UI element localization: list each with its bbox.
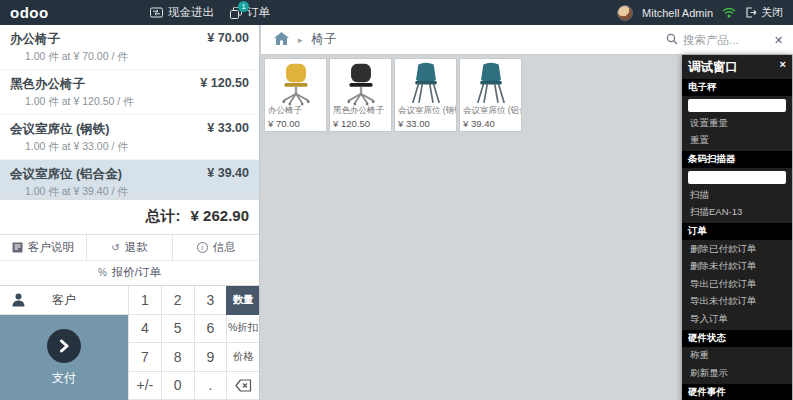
order-panel: 办公椅子 ¥ 70.00 1.00 件 at ¥ 70.00 / 件 黑色办公椅… — [0, 25, 260, 400]
numpad-mode-quantity[interactable]: 数量 — [226, 286, 259, 315]
debug-category: 硬件状态 — [682, 330, 792, 347]
numpad-key-0[interactable]: 0 — [161, 372, 194, 400]
debug-button[interactable]: 扫描 — [682, 186, 792, 204]
close-session-label: 关闭 — [761, 5, 783, 20]
numpad-key-4[interactable]: 4 — [128, 315, 161, 344]
product-card[interactable]: 办公椅子 ¥ 70.00 — [264, 58, 327, 132]
product-card[interactable]: 黑色办公椅子 ¥ 120.50 — [329, 58, 392, 132]
actionpad-numpad: 客户 支付 123数量456%折扣789价格+/-0. — [0, 285, 259, 400]
numpad-key-9[interactable]: 9 — [194, 343, 227, 372]
pay-button[interactable]: 支付 — [0, 315, 128, 400]
debug-button[interactable]: 导出未付款订单 — [682, 293, 792, 311]
order-line-name: 会议室席位 (钢铁) — [10, 121, 109, 138]
cash-in-out-button[interactable]: 现金进出 — [150, 0, 214, 25]
note-icon — [12, 242, 23, 253]
debug-button[interactable]: 重置 — [682, 132, 792, 150]
order-line[interactable]: 会议室席位 (钢铁) ¥ 33.00 1.00 件 at ¥ 33.00 / 件 — [0, 115, 259, 160]
debug-button[interactable]: 删除未付款订单 — [682, 258, 792, 276]
order-line-name: 黑色办公椅子 — [10, 76, 85, 93]
numpad-key-plusminus[interactable]: +/- — [128, 372, 161, 400]
numpad-key-backspace[interactable] — [226, 372, 259, 400]
customer-note-label: 客户说明 — [28, 240, 74, 255]
order-line-price: ¥ 33.00 — [207, 121, 249, 138]
numpad-key-6[interactable]: 6 — [194, 315, 227, 344]
total-value: ¥ 262.90 — [191, 207, 249, 224]
close-session-button[interactable]: 关闭 — [745, 5, 783, 20]
refund-button[interactable]: ↺ 退款 — [87, 235, 174, 260]
debug-button[interactable]: 删除已付款订单 — [682, 240, 792, 258]
debug-button[interactable]: 称重 — [682, 347, 792, 365]
topbar-right: Mitchell Admin 关闭 — [617, 5, 793, 21]
order-line[interactable]: 会议室席位 (铝合金) ¥ 39.40 1.00 件 at ¥ 39.40 / … — [0, 160, 259, 199]
info-button[interactable]: i 信息 — [173, 235, 259, 260]
product-name: 办公椅子 — [265, 106, 326, 116]
home-icon[interactable] — [274, 32, 289, 48]
debug-input[interactable] — [688, 171, 786, 184]
quotation-order-button[interactable]: % 报价/订单 — [0, 260, 259, 285]
percent-icon: % — [98, 267, 107, 278]
top-bar: odoo 现金进出 1 订单 Mitchell Admin — [0, 0, 793, 25]
numpad-mode-price[interactable]: 价格 — [226, 343, 259, 372]
numpad-key-3[interactable]: 3 — [194, 286, 227, 315]
order-line-detail: 1.00 件 at ¥ 120.50 / 件 — [10, 95, 249, 109]
office-chair-icon — [265, 59, 326, 106]
order-lines: 办公椅子 ¥ 70.00 1.00 件 at ¥ 70.00 / 件 黑色办公椅… — [0, 25, 259, 199]
debug-button[interactable]: 导出已付款订单 — [682, 275, 792, 293]
numpad-key-1[interactable]: 1 — [128, 286, 161, 315]
order-line[interactable]: 黑色办公椅子 ¥ 120.50 1.00 件 at ¥ 120.50 / 件 — [0, 70, 259, 115]
search-icon — [666, 33, 678, 48]
customer-button[interactable]: 客户 — [0, 286, 128, 315]
orders-label: 订单 — [247, 5, 270, 20]
customer-note-button[interactable]: 客户说明 — [0, 235, 87, 260]
product-card[interactable]: 会议室席位 (钢铁) ¥ 33.00 — [394, 58, 457, 132]
order-line-name: 办公椅子 — [10, 31, 60, 48]
user-avatar[interactable] — [617, 5, 633, 21]
debug-button[interactable]: 扫描EAN-13 — [682, 204, 792, 222]
debug-window: 调试窗口 × 电子秤设置重量重置条码扫描器扫描扫描EAN-13订单删除已付款订单… — [682, 55, 792, 400]
search-input[interactable] — [683, 34, 769, 46]
side-chair-icon — [395, 59, 456, 106]
order-line-detail: 1.00 件 at ¥ 39.40 / 件 — [10, 185, 249, 199]
product-price: ¥ 39.40 — [460, 116, 521, 129]
product-card[interactable]: 会议室席位 (铝合金) ¥ 39.40 — [459, 58, 522, 132]
debug-input[interactable] — [688, 99, 786, 112]
sign-out-icon — [745, 7, 757, 18]
cash-in-out-label: 现金进出 — [168, 5, 214, 20]
odoo-logo: odoo — [10, 4, 49, 21]
undo-icon: ↺ — [111, 242, 119, 253]
numpad-key-5[interactable]: 5 — [161, 315, 194, 344]
breadcrumb: ▸ 椅子 ✕ — [261, 25, 793, 55]
order-line-price: ¥ 39.40 — [207, 166, 249, 183]
side-chair-icon — [460, 59, 521, 106]
debug-category: 条码扫描器 — [682, 151, 792, 168]
order-line-name: 会议室席位 (铝合金) — [10, 166, 122, 183]
order-line-detail: 1.00 件 at ¥ 70.00 / 件 — [10, 50, 249, 64]
numpad-key-2[interactable]: 2 — [161, 286, 194, 315]
user-name[interactable]: Mitchell Admin — [642, 7, 713, 19]
cash-in-out-icon — [150, 7, 163, 18]
clear-search-icon[interactable]: ✕ — [774, 34, 783, 47]
breadcrumb-separator: ▸ — [298, 35, 303, 45]
debug-button[interactable]: 设置重量 — [682, 114, 792, 132]
refund-label: 退款 — [125, 240, 148, 255]
debug-button[interactable]: 刷新显示 — [682, 364, 792, 382]
numpad-key-dot[interactable]: . — [194, 372, 227, 400]
numpad-mode-discount[interactable]: %折扣 — [226, 315, 259, 344]
info-label: 信息 — [213, 240, 236, 255]
topbar-center: 现金进出 1 订单 — [150, 0, 270, 25]
close-icon[interactable]: × — [780, 59, 786, 70]
order-line[interactable]: 办公椅子 ¥ 70.00 1.00 件 at ¥ 70.00 / 件 — [0, 25, 259, 70]
numpad-key-7[interactable]: 7 — [128, 343, 161, 372]
debug-category: 电子秤 — [682, 79, 792, 96]
debug-category: 订单 — [682, 223, 792, 240]
product-name: 会议室席位 (钢铁) — [395, 106, 456, 116]
debug-button[interactable]: 导入订单 — [682, 310, 792, 328]
person-icon — [12, 293, 25, 310]
product-name: 会议室席位 (铝合金) — [460, 106, 521, 116]
office-chair-icon — [330, 59, 391, 106]
chevron-right-icon — [47, 329, 81, 363]
numpad-key-8[interactable]: 8 — [161, 343, 194, 372]
product-search: ✕ — [660, 25, 790, 55]
breadcrumb-category[interactable]: 椅子 — [312, 31, 337, 48]
orders-button[interactable]: 1 订单 — [230, 0, 270, 25]
